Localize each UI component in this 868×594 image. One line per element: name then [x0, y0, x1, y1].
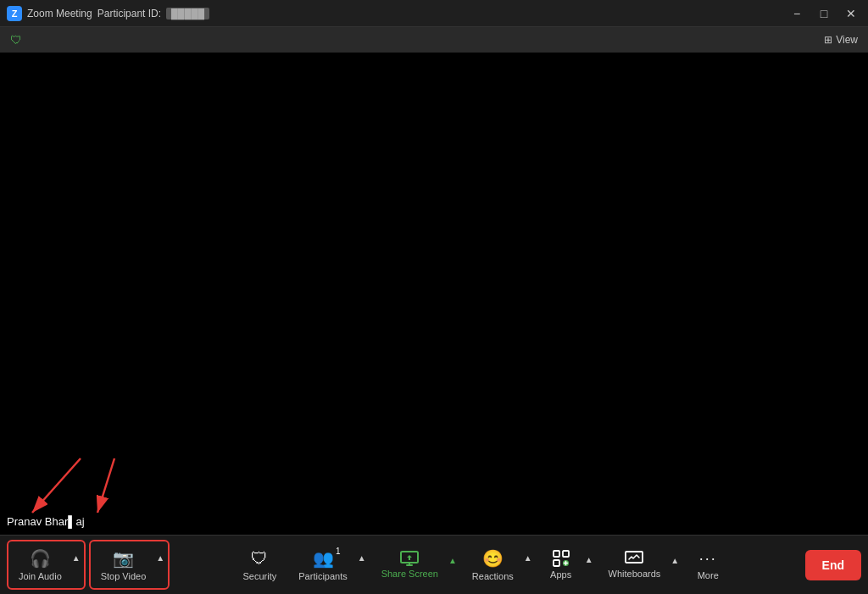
- more-icon: ···: [699, 550, 717, 568]
- stop-video-button[interactable]: 📷 Stop Video: [92, 543, 155, 586]
- reactions-group: 😊 Reactions ▲: [464, 543, 534, 586]
- main-video-area: Pranav Bhar▌aj: [0, 53, 868, 535]
- join-audio-button[interactable]: 🎧 Join Audio: [10, 543, 70, 586]
- zoom-logo-icon: Z: [7, 6, 22, 21]
- more-group: ··· More: [686, 545, 730, 586]
- toolbar-right: End: [795, 550, 861, 580]
- more-label: More: [698, 570, 719, 580]
- stop-video-group-highlight: 📷 Stop Video ▲: [89, 540, 170, 590]
- apps-label: Apps: [550, 569, 571, 580]
- participants-icon: 👥1: [313, 548, 334, 569]
- camera-icon: 📷: [113, 548, 134, 569]
- security-icon: 🛡: [251, 549, 268, 569]
- toolbar-center: 🛡 Security 👥1 Participants ▲: [170, 543, 794, 586]
- svg-rect-6: [554, 560, 559, 566]
- reactions-label: Reactions: [472, 571, 514, 581]
- participants-button[interactable]: 👥1 Participants: [290, 543, 355, 586]
- svg-line-2: [97, 458, 114, 513]
- stop-video-group: 📷 Stop Video ▲: [92, 543, 167, 586]
- whiteboard-icon: [625, 551, 643, 566]
- participant-id-label: Participant ID:: [97, 8, 161, 19]
- title-bar-left: Z Zoom Meeting Participant ID: █████: [7, 6, 209, 21]
- app-title: Zoom Meeting: [27, 8, 92, 19]
- reactions-icon: 😊: [482, 548, 504, 569]
- whiteboards-chevron[interactable]: ▲: [669, 554, 681, 567]
- apps-group: Apps ▲: [539, 545, 595, 585]
- whiteboards-button[interactable]: Whiteboards: [600, 546, 670, 584]
- security-badge: 🛡: [10, 33, 22, 47]
- apps-chevron[interactable]: ▲: [583, 553, 595, 566]
- join-audio-group: 🎧 Join Audio ▲: [10, 543, 82, 586]
- apps-icon: [553, 550, 570, 567]
- svg-rect-4: [554, 551, 559, 557]
- window-controls: − □ ✕: [787, 3, 861, 24]
- grid-icon: ⊞: [824, 34, 832, 46]
- participants-chevron[interactable]: ▲: [356, 552, 368, 564]
- share-screen-label: Share Screen: [381, 569, 438, 579]
- security-group: 🛡 Security: [235, 544, 286, 586]
- svg-line-1: [32, 458, 81, 513]
- toolbar-left: 🎧 Join Audio ▲ 📷 Stop Video ▲: [7, 540, 170, 590]
- shield-icon: 🛡: [10, 33, 22, 47]
- share-screen-group: Share Screen ▲: [373, 546, 459, 584]
- stop-video-label: Stop Video: [101, 571, 147, 581]
- join-audio-label: Join Audio: [19, 571, 62, 581]
- maximize-button[interactable]: □: [814, 3, 834, 24]
- title-bar: Z Zoom Meeting Participant ID: █████ − □…: [0, 0, 868, 27]
- headphone-icon: 🎧: [30, 548, 51, 569]
- apps-button[interactable]: Apps: [539, 545, 583, 585]
- view-button[interactable]: ⊞ View: [824, 34, 858, 46]
- share-screen-icon: [400, 551, 419, 566]
- sub-header: 🛡 ⊞ View: [0, 27, 868, 53]
- reactions-button[interactable]: 😊 Reactions: [464, 543, 522, 586]
- security-button[interactable]: 🛡 Security: [235, 544, 286, 586]
- minimize-button[interactable]: −: [787, 3, 807, 24]
- participant-id-value: █████: [166, 8, 209, 19]
- more-button[interactable]: ··· More: [686, 545, 730, 586]
- toolbar: 🎧 Join Audio ▲ 📷 Stop Video ▲: [0, 535, 868, 594]
- stop-video-chevron[interactable]: ▲: [154, 552, 166, 564]
- whiteboards-group: Whiteboards ▲: [600, 546, 682, 584]
- reactions-chevron[interactable]: ▲: [522, 552, 534, 564]
- security-label: Security: [243, 571, 277, 581]
- participant-name: Pranav Bhar▌aj: [7, 515, 85, 528]
- share-screen-button[interactable]: Share Screen: [373, 546, 447, 584]
- svg-rect-5: [563, 551, 569, 557]
- whiteboards-label: Whiteboards: [609, 569, 661, 579]
- share-screen-chevron[interactable]: ▲: [447, 554, 459, 567]
- participants-group: 👥1 Participants ▲: [290, 543, 367, 586]
- join-audio-group-highlight: 🎧 Join Audio ▲: [7, 540, 86, 590]
- end-button[interactable]: End: [805, 550, 861, 580]
- join-audio-chevron[interactable]: ▲: [70, 552, 82, 564]
- participants-count: 1: [336, 547, 341, 556]
- participants-label: Participants: [298, 571, 347, 581]
- view-label: View: [836, 34, 858, 46]
- close-button[interactable]: ✕: [841, 3, 861, 24]
